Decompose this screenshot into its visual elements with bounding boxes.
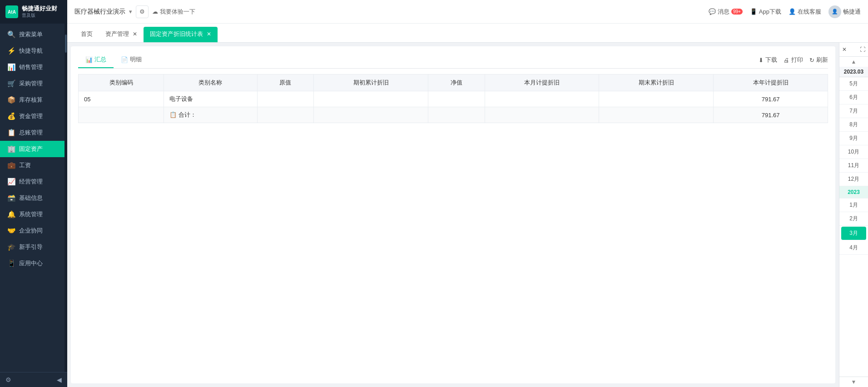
table-cell: 电子设备 bbox=[164, 91, 257, 107]
sub-tab-icon-summary: 📊 bbox=[85, 56, 93, 63]
sidebar-label-search: 搜索菜单 bbox=[19, 30, 43, 39]
app-download-button[interactable]: 📱 App下载 bbox=[750, 8, 781, 16]
sidebar-item-inventory[interactable]: 📦 库存核算 bbox=[0, 92, 64, 108]
sidebar-label-finance: 资金管理 bbox=[19, 112, 43, 120]
table-total-cell bbox=[599, 107, 714, 123]
table-cell bbox=[599, 91, 714, 107]
sidebar-icon-operations: 📈 bbox=[7, 178, 15, 186]
table-total-cell bbox=[79, 107, 164, 123]
print-label: 打印 bbox=[791, 56, 803, 64]
topbar-right: 💬 消息 99+ 📱 App下载 👤 在线客服 👤 畅捷通 bbox=[709, 5, 861, 18]
date-scroll-up-icon[interactable]: ▲ bbox=[851, 59, 857, 65]
sidebar-item-quick-nav[interactable]: ⚡ 快捷导航 bbox=[0, 43, 64, 59]
date-month-item[interactable]: 9月 bbox=[839, 132, 868, 145]
sidebar-label-purchase: 采购管理 bbox=[19, 79, 43, 88]
date-month-item[interactable]: 1月 bbox=[839, 198, 868, 212]
table-total-cell bbox=[485, 107, 599, 123]
refresh-icon: ↻ bbox=[809, 57, 814, 64]
experience-button[interactable]: ☁ 我要体验一下 bbox=[152, 8, 195, 16]
sub-tab-summary[interactable]: 📊汇总 bbox=[78, 52, 114, 68]
sidebar-item-system[interactable]: 🔔 系统管理 bbox=[0, 206, 64, 223]
download-button[interactable]: ⬇ 下载 bbox=[759, 56, 777, 64]
sidebar-label-guide: 新手引导 bbox=[19, 243, 43, 251]
topbar-left: 医疗器械行业演示 ▾ ⚙ ☁ 我要体验一下 bbox=[74, 5, 195, 18]
date-month-item[interactable]: 10月 bbox=[839, 145, 868, 159]
table-total-cell: 📋合计： bbox=[164, 107, 257, 123]
logo-icon: AtA bbox=[5, 5, 18, 18]
tab-asset-mgmt[interactable]: 资产管理✕ bbox=[99, 27, 144, 42]
sidebar-icon-finance: 💰 bbox=[7, 112, 15, 120]
sidebar-icon-fixed-assets: 🏢 bbox=[7, 145, 15, 153]
date-scroll-down-icon[interactable]: ▼ bbox=[851, 379, 857, 385]
notifications-badge: 99+ bbox=[731, 9, 743, 15]
settings-icon[interactable]: ⚙ bbox=[5, 376, 11, 383]
main-content: 医疗器械行业演示 ▾ ⚙ ☁ 我要体验一下 💬 消息 99+ 📱 App下载 👤 bbox=[67, 0, 868, 387]
date-month-item[interactable]: 4月 bbox=[839, 241, 868, 255]
date-month-item[interactable]: 5月 bbox=[839, 77, 868, 91]
tab-close-asset-mgmt[interactable]: ✕ bbox=[133, 31, 137, 37]
date-month-selected[interactable]: 3月 bbox=[841, 227, 866, 240]
sidebar: AtA 畅捷通好业财 普及版 🔍 搜索菜单 ⚡ 快捷导航 📊 销售管理 🛒 采购… bbox=[0, 0, 67, 387]
notifications-button[interactable]: 💬 消息 99+ bbox=[709, 8, 743, 16]
sidebar-item-cooperation[interactable]: 🤝 企业协同 bbox=[0, 223, 64, 239]
user-avatar: 👤 bbox=[828, 5, 841, 18]
sub-tab-detail[interactable]: 📄明细 bbox=[114, 52, 149, 68]
table-row: 05电子设备791.67 bbox=[79, 91, 828, 107]
refresh-label: 刷新 bbox=[816, 56, 828, 64]
sidebar-item-fixed-assets[interactable]: 🏢 固定资产 bbox=[0, 141, 64, 157]
tab-fixed-asset-depreciation[interactable]: 固定资产折旧统计表✕ bbox=[144, 27, 218, 42]
sidebar-item-purchase[interactable]: 🛒 采购管理 bbox=[0, 75, 64, 92]
sidebar-label-app-center: 应用中心 bbox=[19, 259, 43, 268]
table-total-cell bbox=[314, 107, 428, 123]
sidebar-label-system: 系统管理 bbox=[19, 210, 43, 218]
date-scroll: 5月6月7月8月9月10月11月12月20231月2月3月4月 bbox=[839, 77, 868, 377]
sidebar-item-salary[interactable]: 💼 工资 bbox=[0, 157, 64, 174]
user-avatar-icon: 👤 bbox=[832, 9, 838, 15]
table-cell bbox=[257, 91, 314, 107]
date-month-item[interactable]: 12月 bbox=[839, 173, 868, 186]
sidebar-header: AtA 畅捷通好业财 普及版 bbox=[0, 0, 67, 24]
app-subtitle: 普及版 bbox=[22, 12, 57, 19]
table-total-cell bbox=[428, 107, 485, 123]
company-dropdown-icon[interactable]: ▾ bbox=[129, 8, 132, 15]
total-icon: 📋 bbox=[169, 111, 177, 118]
date-month-item[interactable]: 11月 bbox=[839, 159, 868, 173]
sidebar-icon-quick-nav: ⚡ bbox=[7, 47, 15, 55]
date-panel-header: ✕ ⛶ bbox=[839, 43, 868, 57]
table-cell: 791.67 bbox=[714, 91, 828, 107]
sidebar-item-basic-info[interactable]: 🗃️ 基础信息 bbox=[0, 190, 64, 206]
company-name: 医疗器械行业演示 bbox=[74, 8, 125, 16]
experience-icon: ☁ bbox=[152, 8, 158, 15]
sidebar-item-ledger[interactable]: 📋 总账管理 bbox=[0, 124, 64, 141]
sidebar-item-sales[interactable]: 📊 销售管理 bbox=[0, 59, 64, 75]
date-panel-expand-icon[interactable]: ⛶ bbox=[860, 46, 865, 53]
online-service-button[interactable]: 👤 在线客服 bbox=[789, 8, 821, 16]
date-panel-close-icon[interactable]: ✕ bbox=[842, 46, 847, 53]
date-month-item[interactable]: 8月 bbox=[839, 118, 868, 132]
app-title: 畅捷通好业财 bbox=[22, 5, 57, 12]
sub-tab-label-summary: 汇总 bbox=[94, 55, 106, 64]
sidebar-item-guide[interactable]: 🎓 新手引导 bbox=[0, 239, 64, 255]
tab-close-fixed-asset-depreciation[interactable]: ✕ bbox=[207, 31, 211, 37]
sidebar-item-search[interactable]: 🔍 搜索菜单 bbox=[0, 26, 64, 43]
sidebar-icon-sales: 📊 bbox=[7, 63, 15, 71]
topbar-settings-button[interactable]: ⚙ bbox=[136, 5, 149, 18]
tab-home[interactable]: 首页 bbox=[74, 27, 99, 42]
user-menu-button[interactable]: 👤 畅捷通 bbox=[828, 5, 861, 18]
table-header: 期初累计折旧 bbox=[314, 74, 428, 91]
date-month-item[interactable]: 2月 bbox=[839, 212, 868, 226]
refresh-button[interactable]: ↻ 刷新 bbox=[809, 56, 828, 64]
table-header: 本月计提折旧 bbox=[485, 74, 599, 91]
collapse-icon[interactable]: ◀ bbox=[57, 376, 62, 383]
sidebar-label-fixed-assets: 固定资产 bbox=[19, 145, 43, 153]
sidebar-icon-ledger: 📋 bbox=[7, 129, 15, 137]
sidebar-icon-inventory: 📦 bbox=[7, 96, 15, 104]
topbar: 医疗器械行业演示 ▾ ⚙ ☁ 我要体验一下 💬 消息 99+ 📱 App下载 👤 bbox=[67, 0, 868, 24]
sidebar-item-operations[interactable]: 📈 经营管理 bbox=[0, 174, 64, 190]
date-month-item[interactable]: 6月 bbox=[839, 91, 868, 104]
app-download-icon: 📱 bbox=[750, 8, 757, 15]
date-month-item[interactable]: 7月 bbox=[839, 104, 868, 118]
sidebar-item-finance[interactable]: 💰 资金管理 bbox=[0, 108, 64, 124]
print-button[interactable]: 🖨 打印 bbox=[784, 56, 803, 64]
sidebar-item-app-center[interactable]: 📱 应用中心 bbox=[0, 255, 64, 272]
